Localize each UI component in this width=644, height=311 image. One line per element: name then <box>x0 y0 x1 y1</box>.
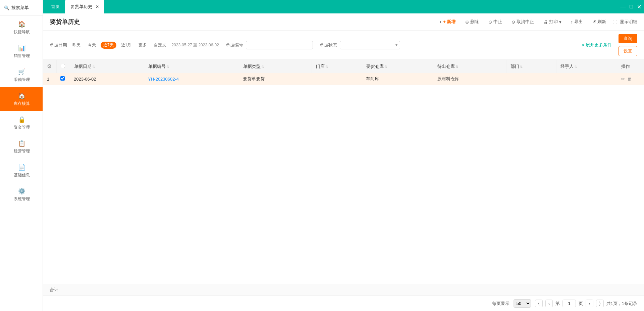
inventory-icon: 🏠 <box>18 92 25 99</box>
cart-icon: 🛒 <box>18 68 25 76</box>
sidebar-item-base-info[interactable]: 📄 基础信息 <box>0 159 43 183</box>
row-num-cell: 1 <box>43 73 56 85</box>
row-checkbox[interactable] <box>60 76 65 81</box>
req-warehouse-sort-icon[interactable]: ⇅ <box>384 65 387 69</box>
cancel-stop-button[interactable]: ⊙ 取消中止 <box>509 17 537 26</box>
cancel-stop-label: 取消中止 <box>517 19 534 25</box>
doc-no-sort-icon[interactable]: ⇅ <box>166 65 169 69</box>
sidebar-item-purchase-mgmt[interactable]: 🛒 采购管理 <box>0 63 43 87</box>
row-handler <box>556 73 617 85</box>
doc-no-link[interactable]: YH-20230602-4 <box>148 77 179 82</box>
page-size-select[interactable]: 50 100 200 <box>514 299 531 308</box>
sidebar-item-sales-mgmt[interactable]: 📊 销售管理 <box>0 40 43 63</box>
department-sort-icon[interactable]: ⇅ <box>520 65 523 69</box>
clipboard-icon: 📋 <box>18 140 25 147</box>
status-select-wrapper <box>340 41 400 49</box>
action-col-header: 操作 <box>617 60 644 73</box>
sidebar-item-ops-mgmt[interactable]: 📋 经营管理 <box>0 135 43 159</box>
sidebar-item-finance-mgmt[interactable]: 🔒 资金管理 <box>0 111 43 135</box>
show-detail-checkbox[interactable]: 显示明细 <box>613 19 637 25</box>
export-button[interactable]: ↑ 导出 <box>568 17 586 26</box>
next-page-btn[interactable]: › <box>586 300 593 307</box>
row-doc-no: YH-20230602-4 <box>144 73 239 85</box>
table-footer: 合计: <box>43 284 644 296</box>
expand-icon: ▾ <box>582 43 584 48</box>
search-menu-button[interactable]: 🔍 搜索菜单 <box>0 0 43 16</box>
footer-total-label: 合计: <box>50 287 60 293</box>
date-tag-yesterday[interactable]: 昨天 <box>70 42 83 49</box>
expand-more-btn[interactable]: ▾ 展开更多条件 <box>582 42 612 48</box>
row-doc-date: 2023-06-02 <box>70 73 144 85</box>
date-tag-1month[interactable]: 近1月 <box>118 42 134 49</box>
doc-date-sort-icon[interactable]: ⇅ <box>92 65 95 69</box>
top-nav: 首页 要货单历史 ✕ — □ ✕ <box>43 0 644 13</box>
tab-home[interactable]: 首页 <box>46 0 65 13</box>
tab-home-label: 首页 <box>51 4 60 10</box>
doc-date-col-header: 单据日期⇅ <box>70 60 144 73</box>
tab-close-icon[interactable]: ✕ <box>96 4 99 9</box>
gear-icon: ⚙️ <box>18 187 25 195</box>
sidebar-item-label: 基础信息 <box>14 172 30 178</box>
delete-action-icon[interactable]: 🗑 <box>627 76 632 82</box>
print-button[interactable]: 🖨 打印 ▾ <box>541 17 564 26</box>
add-button[interactable]: + + 新增 <box>437 17 459 26</box>
table-header-row: ⚙ 单据日期⇅ 单据编号⇅ 单据类型⇅ 门店⇅ <box>43 60 644 73</box>
date-tag-more[interactable]: 更多 <box>136 42 149 49</box>
filter-setting-button[interactable]: 设置 <box>619 46 637 56</box>
filter-bar: 单据日期 昨天 今天 近7天 近1月 更多 自定义 2023-05-27 至 2… <box>43 31 644 60</box>
doc-type-sort-icon[interactable]: ⇅ <box>261 65 264 69</box>
page-number-input[interactable] <box>562 300 576 307</box>
pending-warehouse-sort-icon[interactable]: ⇅ <box>455 65 458 69</box>
row-doc-type: 要货单要货 <box>239 73 312 85</box>
show-detail-label: 显示明细 <box>620 19 637 25</box>
date-tag-7days[interactable]: 近7天 <box>101 42 116 49</box>
stop-button[interactable]: ⊙ 中止 <box>486 17 505 26</box>
date-filter-label: 单据日期 <box>50 42 67 48</box>
add-icon: + <box>439 19 442 25</box>
store-sort-icon[interactable]: ⇅ <box>325 65 328 69</box>
sidebar-item-inventory-calc[interactable]: 🏠 库存核算 <box>0 87 43 111</box>
page-title: 要货单历史 <box>50 18 80 26</box>
status-select[interactable] <box>340 41 400 49</box>
pending-warehouse-col-header: 待出仓库⇅ <box>433 60 506 73</box>
query-button[interactable]: 查询 <box>619 34 637 43</box>
chart-icon: 📊 <box>18 44 25 52</box>
prev-page-btn[interactable]: ‹ <box>545 300 553 307</box>
minimize-icon[interactable]: — <box>620 4 626 10</box>
tab-requisition-history[interactable]: 要货单历史 ✕ <box>65 0 104 13</box>
handler-sort-icon[interactable]: ⇅ <box>574 65 577 69</box>
column-settings-icon[interactable]: ⚙ <box>47 63 52 69</box>
row-store <box>312 73 362 85</box>
maximize-icon[interactable]: □ <box>630 4 633 10</box>
stop-icon: ⊙ <box>488 19 492 25</box>
doc-no-input[interactable] <box>246 41 313 49</box>
date-tag-today[interactable]: 今天 <box>85 42 99 49</box>
sidebar-item-sys-mgmt[interactable]: ⚙️ 系统管理 <box>0 183 43 207</box>
first-page-btn[interactable]: ⟨ <box>535 300 543 307</box>
toolbar: + + 新增 ⊖ 删除 ⊙ 中止 ⊙ 取消中止 🖨 打印 ▾ ↑ <box>437 17 637 26</box>
date-filter-tags: 昨天 今天 近7天 近1月 更多 自定义 <box>70 42 169 49</box>
show-detail-input[interactable] <box>613 20 617 24</box>
sidebar-item-label: 资金管理 <box>14 125 30 130</box>
home-icon: 🏠 <box>18 20 25 28</box>
refresh-button[interactable]: ↺ 刷新 <box>590 17 609 26</box>
table-row: 1 2023-06-02 YH-20230602-4 要货单要货 车间库 原材料… <box>43 73 644 85</box>
select-all-checkbox[interactable] <box>61 64 65 68</box>
last-page-btn[interactable]: ⟩ <box>596 300 604 307</box>
delete-button[interactable]: ⊖ 删除 <box>463 17 482 26</box>
row-checkbox-cell <box>56 73 70 85</box>
refresh-icon: ↺ <box>592 19 596 25</box>
page-header: 要货单历史 + + 新增 ⊖ 删除 ⊙ 中止 ⊙ 取消中止 🖨 打印 ▾ <box>43 13 644 31</box>
page-label: 第 <box>555 301 560 307</box>
sidebar-item-quick-nav[interactable]: 🏠 快捷导航 <box>0 16 43 40</box>
page-size-label: 每页显示 <box>492 301 509 307</box>
print-icon: 🖨 <box>543 19 548 25</box>
store-col-header: 门店⇅ <box>312 60 362 73</box>
row-actions: ✏ 🗑 <box>617 73 644 85</box>
close-window-icon[interactable]: ✕ <box>637 4 641 10</box>
refresh-label: 刷新 <box>597 19 606 25</box>
tab-requisition-label: 要货单历史 <box>70 4 92 10</box>
edit-action-icon[interactable]: ✏ <box>621 76 625 82</box>
date-tag-custom[interactable]: 自定义 <box>151 42 169 49</box>
delete-icon: ⊖ <box>465 19 469 25</box>
